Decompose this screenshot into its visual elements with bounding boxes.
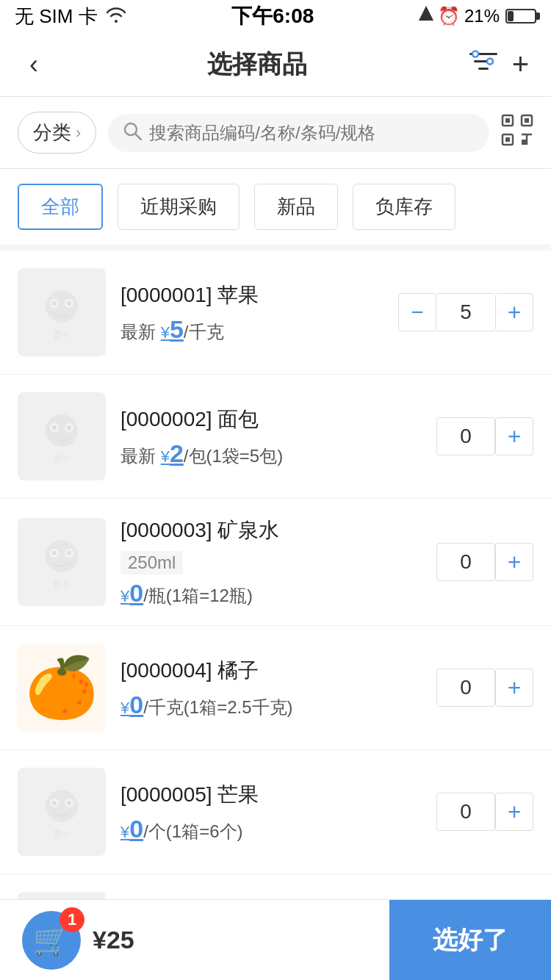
- price-value: 5: [170, 315, 184, 343]
- status-bar: 无 SIM 卡 下午6:08 ⏰ 21%: [0, 0, 551, 32]
- price-unit: /个(1箱=6个): [143, 821, 242, 841]
- price-symbol: ¥: [161, 323, 170, 342]
- product-info: [0000002] 面包 最新 ¥2/包(1袋=5包): [120, 406, 422, 468]
- svg-rect-11: [525, 118, 529, 123]
- qty-plus-button[interactable]: +: [495, 293, 533, 331]
- tab-recent[interactable]: 近期采购: [118, 184, 240, 230]
- price-symbol: ¥: [161, 447, 170, 466]
- svg-point-4: [487, 58, 493, 64]
- price-value: 0: [129, 579, 143, 607]
- svg-rect-15: [522, 140, 527, 145]
- product-price: 最新 ¥2/包(1袋=5包): [120, 439, 422, 468]
- qty-input[interactable]: [436, 669, 495, 707]
- qty-control: +: [436, 669, 533, 707]
- product-name: [0000005] 芒果: [120, 781, 422, 809]
- svg-text:普十: 普十: [53, 330, 71, 340]
- product-info: [0000005] 芒果 ¥0/个(1箱=6个): [120, 781, 422, 843]
- status-time: 下午6:08: [231, 2, 314, 30]
- product-price: ¥0/瓶(1箱=12瓶): [120, 579, 422, 608]
- price-unit: /千克(1箱=2.5千克): [143, 697, 292, 717]
- svg-point-22: [46, 414, 78, 447]
- product-image: 普十: [18, 518, 106, 606]
- svg-point-34: [46, 790, 78, 822]
- cart-button[interactable]: 🛒 1: [22, 911, 81, 970]
- carrier-text: 无 SIM 卡: [15, 4, 98, 29]
- qty-plus-button[interactable]: +: [495, 793, 533, 831]
- svg-line-6: [135, 134, 141, 140]
- tab-new[interactable]: 新品: [254, 184, 338, 230]
- price-unit: /瓶(1箱=12瓶): [143, 586, 253, 605]
- category-button[interactable]: 分类 ›: [18, 112, 96, 154]
- search-input[interactable]: [149, 123, 475, 143]
- product-list: 普十 [0000001] 苹果 最新 ¥5/千克 − +: [0, 251, 551, 980]
- svg-point-20: [67, 301, 71, 306]
- nav-actions: +: [469, 48, 529, 81]
- product-item: 普十 [0000002] 面包 最新 ¥2/包(1袋=5包) +: [0, 375, 551, 499]
- svg-text:普十: 普十: [53, 580, 71, 590]
- status-left: 无 SIM 卡: [15, 4, 127, 29]
- product-info: [0000003] 矿泉水 250ml ¥0/瓶(1箱=12瓶): [120, 516, 422, 608]
- cart-badge: 1: [60, 907, 84, 932]
- confirm-button[interactable]: 选好了: [389, 900, 551, 981]
- svg-point-38: [67, 801, 71, 805]
- qty-plus-button[interactable]: +: [495, 417, 533, 455]
- tab-all[interactable]: 全部: [18, 184, 103, 230]
- product-image: 普十: [18, 392, 106, 480]
- price-symbol: ¥: [120, 699, 129, 717]
- product-name: [0000001] 苹果: [120, 281, 383, 309]
- location-icon: [419, 6, 433, 26]
- svg-rect-10: [505, 118, 510, 123]
- qty-input[interactable]: [436, 543, 495, 581]
- cart-total: ¥25: [93, 926, 134, 954]
- nav-bar: ‹ 选择商品 +: [0, 32, 551, 97]
- add-button[interactable]: +: [512, 48, 529, 81]
- product-spec: 250ml: [120, 551, 183, 574]
- qty-input[interactable]: [436, 793, 495, 831]
- product-name: [0000004] 橘子: [120, 657, 422, 685]
- product-price: 最新 ¥5/千克: [120, 315, 383, 344]
- product-item: 普十 [0000003] 矿泉水 250ml ¥0/瓶(1箱=12瓶) +: [0, 499, 551, 626]
- qty-control: +: [436, 543, 533, 581]
- product-image: 普十: [18, 268, 106, 356]
- svg-point-31: [52, 551, 57, 555]
- qty-plus-button[interactable]: +: [495, 543, 533, 581]
- product-info: [0000004] 橘子 ¥0/千克(1箱=2.5千克): [120, 657, 422, 719]
- product-price: ¥0/个(1箱=6个): [120, 815, 422, 843]
- price-value: 0: [129, 815, 143, 843]
- svg-point-25: [52, 425, 57, 430]
- svg-point-16: [46, 290, 78, 323]
- qty-plus-button[interactable]: +: [495, 669, 533, 707]
- tab-negative[interactable]: 负库存: [353, 184, 455, 230]
- orange-image: 🍊: [25, 658, 98, 717]
- svg-rect-2: [478, 68, 489, 70]
- price-symbol: ¥: [120, 587, 129, 605]
- price-value: 0: [129, 691, 143, 718]
- qty-input[interactable]: [436, 293, 495, 331]
- qty-control: − +: [398, 293, 533, 331]
- product-name: [0000002] 面包: [120, 406, 422, 433]
- product-item: 🍊 [0000004] 橘子 ¥0/千克(1箱=2.5千克) +: [0, 626, 551, 750]
- price-unit: /包(1袋=5包): [184, 446, 283, 466]
- scan-icon[interactable]: [501, 114, 533, 152]
- back-button[interactable]: ‹: [22, 42, 46, 87]
- product-price: ¥0/千克(1箱=2.5千克): [120, 691, 422, 719]
- product-image: 普十: [18, 768, 106, 856]
- page-title: 选择商品: [207, 48, 307, 82]
- cart-section: 🛒 1 ¥25: [0, 911, 389, 970]
- price-value: 2: [170, 439, 184, 467]
- qty-control: +: [436, 417, 533, 455]
- svg-point-37: [52, 801, 57, 805]
- svg-point-32: [67, 551, 71, 555]
- wifi-icon: [105, 5, 127, 28]
- search-input-wrapper: [108, 114, 489, 152]
- product-item: 普十 [0000001] 苹果 最新 ¥5/千克 − +: [0, 251, 551, 375]
- chevron-right-icon: ›: [76, 123, 81, 143]
- filter-icon[interactable]: [469, 49, 497, 80]
- svg-point-28: [46, 540, 78, 572]
- qty-minus-button[interactable]: −: [398, 293, 436, 331]
- price-symbol: ¥: [120, 823, 129, 841]
- search-icon: [123, 121, 142, 145]
- svg-text:普十: 普十: [53, 454, 71, 464]
- qty-input[interactable]: [436, 417, 495, 455]
- svg-text:普十: 普十: [53, 829, 71, 840]
